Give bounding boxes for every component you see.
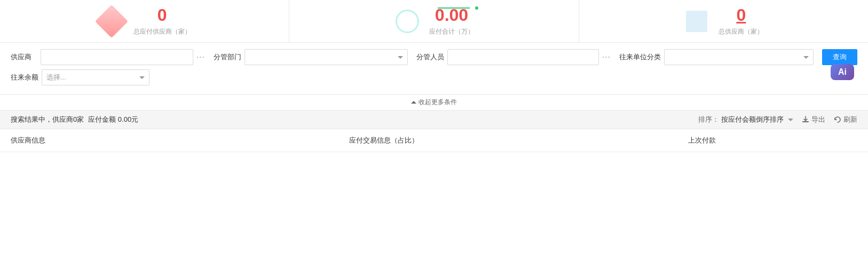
- results-amount: 应付金额 0.00元: [88, 115, 138, 124]
- department-chevron-icon: [398, 56, 403, 59]
- filter-unit-category: 往来单位分类: [619, 49, 814, 65]
- table-header: 供应商信息 应付交易信息（占比） 上次付款: [0, 129, 868, 152]
- tooltip-dot: [474, 5, 479, 11]
- collapse-bar: 收起更多条件: [0, 95, 868, 111]
- balance-placeholder: 选择...: [46, 73, 137, 82]
- filter-section: 供应商 ··· 分管部门 分管人员 ··· 往来单位分类: [0, 43, 868, 95]
- diamond-icon: [98, 8, 125, 35]
- unit-category-chevron-icon: [803, 56, 809, 59]
- sort-chevron-icon[interactable]: [788, 119, 793, 121]
- summary-bar: 0 总应付供应商（家） 0.00 应付合计（万） 快速录单的快捷键说明在这里 ×: [0, 0, 868, 43]
- payable-suppliers-label: 总应付供应商（家）: [133, 27, 191, 36]
- ai-badge[interactable]: Ai: [831, 64, 854, 80]
- table-body: [0, 152, 868, 259]
- piggy-icon: [394, 8, 421, 35]
- unit-category-dropdown[interactable]: [664, 49, 814, 65]
- supplier-dots[interactable]: ···: [196, 52, 205, 62]
- balance-chevron-icon: [139, 76, 145, 79]
- col-supplier-info: 供应商信息: [11, 136, 349, 145]
- manager-input[interactable]: [447, 49, 599, 65]
- results-summary: 搜索结果中，供应商0家: [11, 115, 84, 124]
- sort-value[interactable]: 按应付会额倒序排序: [721, 115, 784, 124]
- unit-category-label: 往来单位分类: [619, 52, 661, 62]
- summary-item-total-suppliers: 0 总供应商（家）: [579, 0, 868, 42]
- results-actions: 排序： 按应付会额倒序排序 导出 刷新: [698, 115, 857, 124]
- manager-dots[interactable]: ···: [602, 52, 611, 62]
- results-info-area: 搜索结果中，供应商0家 应付金额 0.00元: [11, 115, 138, 124]
- col-last-payment: 上次付款: [688, 136, 857, 145]
- tooltip-line: [438, 7, 470, 9]
- payable-total-label: 应付合计（万）: [429, 27, 474, 36]
- payable-suppliers-number: 0: [157, 6, 167, 25]
- department-dropdown[interactable]: [244, 49, 408, 65]
- refresh-icon: [834, 116, 841, 123]
- query-button[interactable]: 查询: [822, 49, 857, 65]
- results-bar: 搜索结果中，供应商0家 应付金额 0.00元 排序： 按应付会额倒序排序 导出 …: [0, 111, 868, 129]
- summary-item-payable-suppliers: 0 总应付供应商（家）: [0, 0, 289, 42]
- filter-manager: 分管人员 ···: [416, 49, 611, 65]
- collapse-button[interactable]: 收起更多条件: [411, 98, 457, 107]
- total-suppliers-number: 0: [736, 6, 746, 25]
- svg-rect-0: [802, 121, 809, 122]
- refresh-label: 刷新: [843, 115, 857, 124]
- balance-label: 往来余额: [11, 73, 38, 82]
- total-suppliers-label: 总供应商（家）: [719, 27, 763, 36]
- filter-row-2: 往来余额 选择...: [11, 69, 857, 85]
- filter-row-1: 供应商 ··· 分管部门 分管人员 ··· 往来单位分类: [11, 49, 857, 65]
- summary-item-payable-total: 0.00 应付合计（万）: [289, 0, 579, 42]
- balance-dropdown[interactable]: 选择...: [42, 69, 149, 85]
- building-icon: [683, 8, 710, 35]
- refresh-button[interactable]: 刷新: [834, 115, 857, 124]
- col-transaction-info: 应付交易信息（占比）: [349, 136, 688, 145]
- filter-balance: 往来余额 选择...: [11, 69, 149, 85]
- tooltip-area: 快速录单的快捷键说明在这里 ×: [438, 5, 479, 11]
- chevron-up-icon: [411, 101, 416, 104]
- sort-label: 排序：: [698, 115, 719, 124]
- department-label: 分管部门: [214, 52, 241, 62]
- manager-label: 分管人员: [416, 52, 444, 62]
- filter-department: 分管部门: [214, 49, 408, 65]
- collapse-label: 收起更多条件: [419, 98, 457, 107]
- sort-wrapper: 排序： 按应付会额倒序排序: [698, 115, 793, 124]
- export-button[interactable]: 导出: [802, 115, 825, 124]
- supplier-label: 供应商: [11, 52, 37, 62]
- supplier-input[interactable]: [41, 49, 193, 65]
- export-icon: [802, 116, 809, 123]
- export-label: 导出: [811, 115, 825, 124]
- filter-supplier: 供应商 ···: [11, 49, 205, 65]
